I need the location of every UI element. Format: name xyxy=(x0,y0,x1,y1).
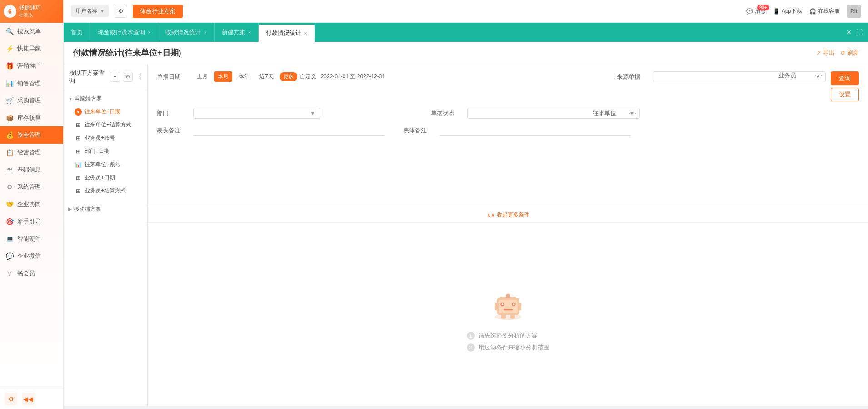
scheme-panel: 按以下方案查询 + ⚙ 《 xyxy=(64,64,148,406)
sidebar-item-wechat[interactable]: 💬 企业微信 xyxy=(0,247,63,265)
hint-text-2: 用过滤条件来缩小分析范围 xyxy=(479,343,549,352)
sidebar-item-system[interactable]: ⚙ 系统管理 xyxy=(0,178,63,196)
sidebar-item-operation[interactable]: 📋 经营管理 xyxy=(0,144,63,161)
doc-status-label: 单据状态 xyxy=(431,109,467,117)
collapse-sidebar-btn[interactable]: ◀◀ xyxy=(22,393,35,405)
expand-icon[interactable]: ⛶ xyxy=(856,29,863,36)
topbar-right: 💬 消息 99+ 📱 App下载 🎧 在线客服 Rit xyxy=(746,5,861,18)
header-note-input[interactable] xyxy=(193,125,385,136)
scheme-item-staff-account[interactable]: ⊞ 业务员+账号 xyxy=(64,131,147,145)
party-selector[interactable]: ··· xyxy=(629,109,638,117)
filter-actions: 查询 设置 xyxy=(831,71,859,101)
refresh-icon: ↺ xyxy=(840,50,845,56)
app-logo: 6 xyxy=(4,5,16,18)
sidebar-label-system: 系统管理 xyxy=(17,183,41,191)
inventory-icon: 📦 xyxy=(5,114,14,122)
sidebar-item-hardware[interactable]: 💻 智能硬件 xyxy=(0,230,63,247)
close-payments-icon[interactable]: × xyxy=(304,30,307,36)
page-header: 付款情况统计(往来单位+日期) ↗ 导出 ↺ 刷新 xyxy=(64,42,868,64)
mobile-group-header[interactable]: ▶ 移动端方案 xyxy=(64,203,147,215)
scheme-item-dept-date[interactable]: ⊞ 部门+日期 xyxy=(64,145,147,158)
collapse-label: 收起更多条件 xyxy=(497,211,529,219)
scheme-item-staff-date[interactable]: ⊞ 业务员+日期 xyxy=(64,171,147,184)
close-all-tabs-icon[interactable]: ✕ xyxy=(846,29,852,36)
sidebar-label-inventory: 库存核算 xyxy=(17,114,41,122)
settings-footer-btn[interactable]: ⚙ xyxy=(5,393,17,405)
tab-cash-flow[interactable]: 现金银行流水查询 × xyxy=(90,23,158,42)
date-7days-btn[interactable]: 近7天 xyxy=(256,71,277,82)
sidebar-item-vip[interactable]: V 畅会员 xyxy=(0,265,63,282)
empty-state: 1 请先选择要分析的方案 2 用过滤条件来缩小分析范围 xyxy=(148,222,868,406)
query-button[interactable]: 查询 xyxy=(831,71,859,85)
sidebar-item-sales[interactable]: 📊 销售管理 xyxy=(0,75,63,92)
user-avatar[interactable]: Rit xyxy=(847,5,861,18)
svg-rect-10 xyxy=(501,313,506,319)
sidebar-item-marketing[interactable]: 🎁 营销推广 xyxy=(0,57,63,75)
staff-selector[interactable]: ··· xyxy=(815,71,823,80)
mobile-scheme-group: ▶ 移动端方案 xyxy=(64,200,147,218)
sidebar-label-sales: 销售管理 xyxy=(17,79,41,87)
operation-icon: 📋 xyxy=(5,148,14,157)
date-last-month-btn[interactable]: 上月 xyxy=(193,71,211,82)
tab-new-scheme[interactable]: 新建方案 × xyxy=(215,23,259,42)
svg-point-13 xyxy=(513,303,514,305)
scheme-item-party-date[interactable]: ● 往来单位+日期 xyxy=(64,105,147,118)
staff-date-label: 业务员+日期 xyxy=(85,174,115,182)
tab-payments[interactable]: 付款情况统计 × xyxy=(259,25,314,42)
sidebar-item-inventory[interactable]: 📦 库存核算 xyxy=(0,109,63,126)
scheme-settings-btn[interactable]: ⚙ xyxy=(123,72,133,82)
content-area: 按以下方案查询 + ⚙ 《 xyxy=(64,64,868,406)
dept-select[interactable]: ▼ xyxy=(193,108,320,119)
tab-home[interactable]: 首页 xyxy=(64,23,90,42)
sidebar-item-shortcut[interactable]: ⚡ 快捷导航 xyxy=(0,40,63,57)
headset-icon: 🎧 xyxy=(809,8,816,15)
tabs-right-actions: ✕ ⛶ xyxy=(841,23,868,42)
refresh-btn[interactable]: ↺ 刷新 xyxy=(840,49,859,57)
close-cash-flow-icon[interactable]: × xyxy=(148,30,150,35)
grid-icon: ⊞ xyxy=(75,187,82,195)
date-this-month-btn[interactable]: 本月 xyxy=(214,71,232,82)
body-note-input[interactable] xyxy=(439,125,631,136)
trial-button[interactable]: 体验行业方案 xyxy=(133,5,183,18)
scheme-item-party-settle[interactable]: ⊞ 往来单位+结算方式 xyxy=(64,118,147,131)
user-selector[interactable]: 用户名称 ▼ xyxy=(71,5,109,17)
collapse-more-btn[interactable]: ∧∧ 收起更多条件 xyxy=(148,207,868,222)
settings-button[interactable]: 设置 xyxy=(831,88,859,101)
scheme-item-staff-settle[interactable]: ⊞ 业务员+结算方式 xyxy=(64,184,147,197)
sidebar-label-wechat: 企业微信 xyxy=(17,252,41,260)
desktop-group-label: 电脑端方案 xyxy=(75,95,102,103)
sidebar-item-guide[interactable]: 🎯 新手引导 xyxy=(0,213,63,230)
sales-icon: 📊 xyxy=(5,79,14,87)
mobile-group-label: 移动端方案 xyxy=(74,205,101,213)
filter-content: 单据日期 上月 本月 本年 近7天 更多 自定义 2022-01-01 至 20… xyxy=(148,64,868,207)
vip-icon: V xyxy=(5,269,14,278)
desktop-group-header[interactable]: ▼ 电脑端方案 xyxy=(64,93,147,105)
sidebar-item-search[interactable]: 🔍 搜索菜单 xyxy=(0,23,63,40)
cash-flow-label: 现金银行流水查询 xyxy=(98,28,145,36)
add-scheme-btn[interactable]: + xyxy=(110,72,120,82)
sidebar-item-basic[interactable]: 🗃 基础信息 xyxy=(0,161,63,178)
date-range-display: 2022-01-01 至 2022-12-31 xyxy=(321,73,385,81)
date-this-year-btn[interactable]: 本年 xyxy=(235,71,253,82)
grid-icon: ⊞ xyxy=(75,174,82,182)
collapse-icon: ∧∧ xyxy=(487,212,495,218)
date-more-btn[interactable]: 更多 xyxy=(280,72,297,81)
staff-settle-label: 业务员+结算方式 xyxy=(85,187,126,195)
close-receipts-icon[interactable]: × xyxy=(204,30,206,35)
sidebar-item-enterprise[interactable]: 🤝 企业协同 xyxy=(0,196,63,213)
scheme-collapse-btn[interactable]: 《 xyxy=(135,73,142,81)
export-btn[interactable]: ↗ 导出 xyxy=(816,49,835,57)
app-download-btn[interactable]: 📱 App下载 xyxy=(773,7,802,15)
purchase-icon: 🛒 xyxy=(5,96,14,105)
sidebar-item-purchase[interactable]: 🛒 采购管理 xyxy=(0,92,63,109)
sidebar-item-finance[interactable]: 💰 资金管理 xyxy=(0,126,63,144)
message-btn[interactable]: 💬 消息 99+ xyxy=(746,7,766,15)
phone-icon: 📱 xyxy=(773,8,780,15)
sidebar-label-guide: 新手引导 xyxy=(17,217,41,226)
scheme-item-party-account[interactable]: 📊 往来单位+账号 xyxy=(64,158,147,171)
date-custom-btn[interactable]: 自定义 xyxy=(300,73,316,81)
close-new-scheme-icon[interactable]: × xyxy=(248,30,251,35)
settings-icon[interactable]: ⚙ xyxy=(115,5,127,18)
online-service-btn[interactable]: 🎧 在线客服 xyxy=(809,7,840,15)
tab-receipts[interactable]: 收款情况统计 × xyxy=(158,23,214,42)
